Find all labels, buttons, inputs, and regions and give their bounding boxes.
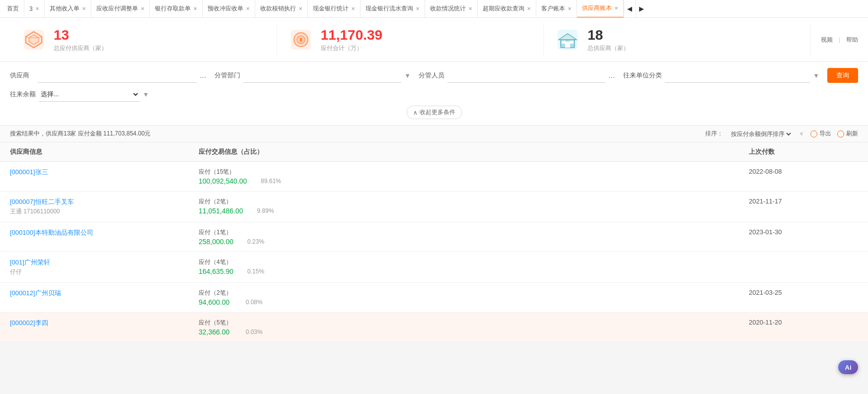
help-link[interactable]: 帮助 — [846, 36, 858, 44]
dept-input[interactable] — [243, 68, 402, 83]
total-suppliers-number: 18 — [587, 27, 629, 44]
category-dropdown-icon[interactable]: ▼ — [813, 72, 819, 79]
filter-category: 往来单位分类 ▼ — [623, 68, 820, 83]
close-icon[interactable]: ✕ — [351, 6, 355, 11]
close-icon[interactable]: ✕ — [568, 6, 572, 11]
supplier-sub: 王通 17106110000 — [10, 207, 199, 216]
stat-block-payable-amount: ¥ 11,170.39 应付合计（万） — [277, 24, 544, 56]
dept-label: 分管部门 — [215, 71, 240, 80]
supplier-input[interactable] — [38, 68, 197, 83]
close-icon[interactable]: ✕ — [246, 6, 250, 11]
table-row: [001]广州荣轩 仔仔 应付（4笔） 164,635.90 0.15% — [0, 252, 868, 283]
person-dots-btn[interactable]: ... — [608, 71, 615, 80]
video-link[interactable]: 视频 — [821, 36, 833, 44]
nav-tab-cash-bank-stats[interactable]: 现金银行统计 ✕ — [308, 0, 361, 18]
supplier-sub: 仔仔 — [10, 268, 199, 276]
close-icon[interactable]: ✕ — [141, 6, 145, 11]
lastpay-date: 2020-11-20 — [749, 319, 782, 326]
nav-tab-supplier-ledger[interactable]: 供应商账本 ✕ — [577, 0, 624, 18]
category-input[interactable] — [665, 68, 810, 83]
supplier-link[interactable]: [000100]本特勤油品有限公司 — [10, 229, 93, 236]
close-icon[interactable]: ✕ — [614, 5, 618, 11]
close-icon[interactable]: ✕ — [527, 6, 531, 11]
trans-type-label: 应付（5笔） — [199, 319, 232, 327]
trans-type-label: 应付（2笔） — [199, 197, 243, 206]
person-input[interactable] — [447, 68, 605, 83]
export-button[interactable]: 导出 — [810, 130, 831, 138]
trans-amount[interactable]: 94,600.00 — [199, 298, 232, 306]
filter-area: 供应商 ... 分管部门 ▼ 分管人员 ... 往来单位分类 ▼ 查询 往来余额… — [0, 62, 868, 126]
category-label: 往来单位分类 — [623, 71, 662, 80]
lastpay-cell: 2020-11-20 — [749, 319, 858, 326]
svg-rect-13 — [565, 42, 570, 48]
nav-tab-other-income[interactable]: 其他收入单 ✕ — [45, 0, 91, 18]
lastpay-date: 2023-01-30 — [749, 228, 782, 236]
close-icon[interactable]: ✕ — [298, 6, 302, 11]
trans-amount[interactable]: 100,092,540.00 — [199, 177, 247, 185]
refresh-button[interactable]: 刷新 — [837, 130, 858, 138]
close-icon[interactable]: ✕ — [416, 6, 420, 11]
supplier-link[interactable]: [000001]张三 — [10, 168, 48, 176]
trans-amount[interactable]: 258,000.00 — [199, 238, 233, 246]
right-actions: 排序： 按应付余额倒序排序 ▼ 导出 刷新 — [705, 130, 858, 138]
supplier-link[interactable]: [000012]广州贝瑞 — [10, 289, 61, 297]
supplier-link[interactable]: [001]广州荣轩 — [10, 259, 50, 266]
dept-dropdown-icon[interactable]: ▼ — [404, 72, 411, 79]
refresh-icon — [837, 131, 844, 137]
trans-percent: 0.08% — [246, 299, 263, 306]
nav-next-arrow[interactable]: ▶ — [636, 0, 648, 18]
lastpay-date: 2021-03-25 — [749, 289, 782, 296]
lastpay-cell: 2023-01-30 — [749, 228, 858, 236]
filter-balance: 往来余额 选择... ▼ — [10, 87, 149, 102]
results-bar: 搜索结果中，供应商13家 应付金额 111,703,854.00元 排序： 按应… — [0, 126, 868, 142]
lastpay-date: 2022-08-08 — [749, 168, 782, 175]
nav-tab-bank-deposit[interactable]: 银行存取款单 ✕ — [150, 0, 203, 18]
nav-tab-advance-receive[interactable]: 预收冲应收单 ✕ — [203, 0, 255, 18]
balance-dropdown-icon[interactable]: ▼ — [143, 91, 149, 98]
search-button[interactable]: 查询 — [827, 68, 858, 83]
nav-tab-3[interactable]: 3 ✕ — [24, 0, 45, 18]
supplier-link[interactable]: [000002]李四 — [10, 319, 48, 327]
nav-tab-collection-stats[interactable]: 收款情况统计 ✕ — [425, 0, 478, 18]
trans-percent: 0.15% — [247, 268, 264, 275]
table-row: [000001]张三 应付（15笔） 100,092,540.00 89.61%… — [0, 162, 868, 192]
nav-tab-cash-flow[interactable]: 现金银行流水查询 ✕ — [361, 0, 425, 18]
nav-tab-overdue[interactable]: 超期应收款查询 ✕ — [478, 0, 536, 18]
close-icon[interactable]: ✕ — [82, 6, 86, 11]
trans-percent: 89.61% — [261, 178, 281, 185]
close-icon[interactable]: ✕ — [193, 6, 197, 11]
nav-tab-customer-ledger[interactable]: 客户账本 ✕ — [536, 0, 577, 18]
stats-bar: 13 总应付供应商（家） ¥ 11,170.39 应付合计（万） — [0, 18, 868, 62]
export-icon — [810, 131, 817, 137]
trans-amount[interactable]: 11,051,486.00 — [199, 207, 243, 215]
top-nav: 首页 3 ✕ 其他收入单 ✕ 应收应付调整单 ✕ 银行存取款单 ✕ 预收冲应收单… — [0, 0, 868, 18]
balance-select[interactable]: 选择... — [39, 87, 140, 102]
lastpay-cell: 2022-08-08 — [749, 168, 858, 175]
lastpay-date: 2021-11-17 — [749, 197, 782, 205]
supplier-dots-btn[interactable]: ... — [200, 71, 206, 80]
transaction-cell: 应付（4笔） 164,635.90 0.15% — [199, 258, 749, 275]
collapse-icon: ∧ — [413, 109, 418, 116]
table-row: [000002]李四 应付（5笔） 32,366.00 0.03% 2020-1… — [0, 313, 868, 342]
filter-dept: 分管部门 ▼ — [215, 68, 411, 83]
table-header: 供应商信息 应付交易信息（占比） 上次付数 — [0, 142, 868, 162]
col-header-transaction: 应付交易信息（占比） — [199, 147, 749, 156]
transaction-cell: 应付（1笔） 258,000.00 0.23% — [199, 228, 749, 246]
close-icon[interactable]: ✕ — [468, 6, 472, 11]
supplier-link[interactable]: [000007]恒旺二手叉车 — [10, 198, 74, 205]
export-label: 导出 — [819, 130, 831, 138]
lastpay-cell: 2021-11-17 — [749, 197, 858, 205]
payable-amount-label: 应付合计（万） — [321, 44, 383, 53]
transaction-cell: 应付（2笔） 94,600.00 0.08% — [199, 289, 749, 306]
collapse-button[interactable]: ∧ 收起更多条件 — [407, 106, 462, 119]
close-icon[interactable]: ✕ — [35, 6, 39, 11]
nav-tab-collection[interactable]: 收款核销执行 ✕ — [255, 0, 308, 18]
nav-tab-ar-ap-adjust[interactable]: 应收应付调整单 ✕ — [91, 0, 150, 18]
nav-prev-arrow[interactable]: ◀ — [624, 0, 636, 18]
stat-block-payable-suppliers: 13 总应付供应商（家） — [10, 24, 277, 56]
table-row: [000012]广州贝瑞 应付（2笔） 94,600.00 0.08% 2021… — [0, 283, 868, 313]
nav-tab-home[interactable]: 首页 — [2, 0, 24, 18]
trans-amount[interactable]: 32,366.00 — [199, 328, 232, 336]
trans-amount[interactable]: 164,635.90 — [199, 267, 233, 275]
sort-select[interactable]: 按应付余额倒序排序 — [729, 130, 793, 138]
